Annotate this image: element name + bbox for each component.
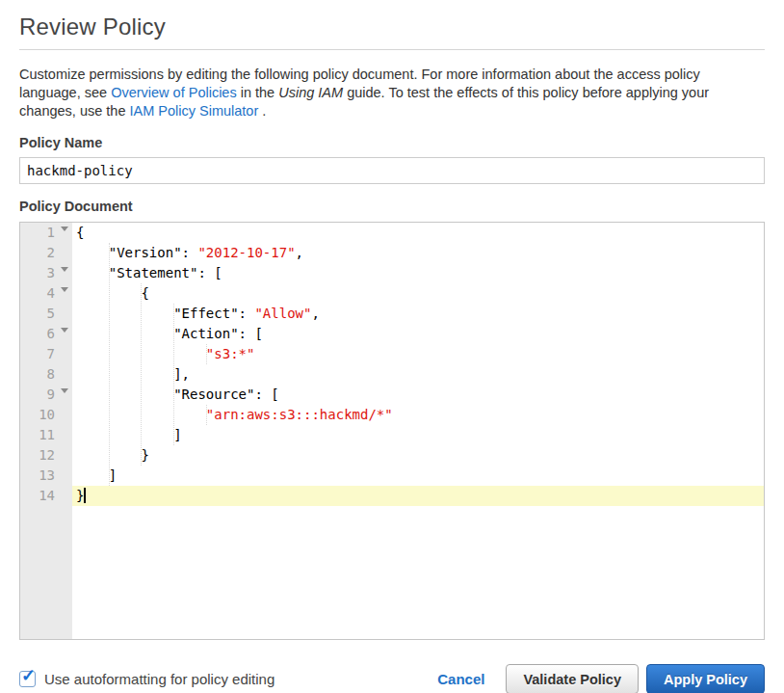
json-string-token: "arn:aws:s3:::hackmd/*" [206, 407, 393, 422]
code-line[interactable]: "Version": "2012-10-17", [72, 243, 764, 263]
footer-bar: ✓ Use autoformatting for policy editing … [19, 664, 765, 693]
gutter-line-number: 7 [20, 344, 72, 364]
gutter-line-number: 5 [20, 304, 72, 324]
code-line[interactable]: "arn:aws:s3:::hackmd/*" [72, 405, 764, 425]
text-cursor [84, 488, 86, 503]
intro-part-4: . [258, 103, 266, 119]
cancel-link[interactable]: Cancel [437, 671, 484, 687]
gutter-line-number: 11 [20, 425, 72, 445]
json-plain-token: } [76, 447, 149, 463]
autoformat-checkbox[interactable]: ✓ [19, 671, 36, 687]
json-plain-token: , [311, 306, 319, 321]
json-plain-token: { [76, 225, 84, 240]
iam-policy-simulator-link[interactable]: IAM Policy Simulator [129, 103, 258, 119]
json-plain-token: { [76, 285, 149, 301]
fold-toggle-icon[interactable] [61, 388, 68, 393]
gutter-line-number: 12 [20, 445, 72, 466]
gutter-line-number: 1 [20, 223, 72, 243]
code-line[interactable]: ] [72, 425, 764, 445]
json-string-token: "s3:*" [206, 346, 255, 361]
gutter-line-number: 2 [20, 243, 72, 263]
gutter-line-number: 13 [20, 466, 72, 486]
gutter-line-number: 14 [20, 486, 72, 506]
json-plain-token: ] [76, 467, 117, 483]
code-line[interactable]: "Resource": [ [72, 385, 764, 405]
fold-toggle-icon[interactable] [61, 267, 68, 272]
json-plain-token: ] [76, 427, 182, 442]
json-string-token: "2012-10-17" [197, 245, 295, 260]
validate-policy-button[interactable]: Validate Policy [506, 664, 639, 693]
apply-policy-button[interactable]: Apply Policy [646, 664, 765, 693]
code-line[interactable]: { [72, 283, 764, 304]
code-line[interactable]: "s3:*" [72, 344, 764, 364]
policy-name-input[interactable] [19, 157, 765, 184]
code-line[interactable]: ] [72, 466, 764, 486]
json-plain-token: "Version": [76, 245, 197, 260]
json-plain-token: } [76, 488, 84, 503]
fold-toggle-icon[interactable] [61, 227, 68, 231]
json-plain-token: "Statement": [ [76, 265, 222, 280]
gutter-line-number: 6 [20, 324, 72, 344]
autoformat-option[interactable]: ✓ Use autoformatting for policy editing [19, 671, 274, 687]
overview-of-policies-link[interactable]: Overview of Policies [111, 85, 237, 100]
json-plain-token: "Effect": [76, 306, 254, 321]
using-iam-guide-name: Using IAM [278, 85, 343, 100]
title-divider [19, 49, 765, 50]
page-title: Review Policy [19, 13, 765, 40]
gutter-line-number: 10 [20, 405, 72, 425]
policy-document-label: Policy Document [19, 199, 765, 214]
action-buttons: Cancel Validate Policy Apply Policy [437, 664, 765, 693]
json-string-token: "Allow" [254, 306, 311, 321]
code-line[interactable]: "Action": [ [72, 324, 764, 344]
json-plain-token: , [296, 245, 303, 260]
code-line[interactable]: "Statement": [ [72, 263, 764, 283]
code-line[interactable]: ], [72, 364, 764, 385]
code-line[interactable]: { [72, 223, 764, 243]
checkmark-icon: ✓ [21, 665, 36, 686]
gutter-line-number: 9 [20, 385, 72, 405]
editor-code-area[interactable]: { "Version": "2012-10-17", "Statement": … [72, 223, 764, 639]
intro-text: Customize permissions by editing the fol… [19, 66, 763, 120]
fold-toggle-icon[interactable] [61, 287, 68, 292]
json-plain-token: "Action": [ [76, 326, 263, 341]
review-policy-page: Review Policy Customize permissions by e… [0, 0, 784, 693]
gutter-line-number: 8 [20, 364, 72, 385]
policy-name-label: Policy Name [19, 135, 765, 150]
gutter-line-number: 3 [20, 263, 72, 283]
editor-gutter: 1234567891011121314 [20, 223, 72, 639]
autoformat-label: Use autoformatting for policy editing [44, 671, 274, 687]
fold-toggle-icon[interactable] [61, 328, 68, 333]
json-plain-token: ], [76, 366, 190, 382]
json-plain-token [76, 407, 206, 422]
json-plain-token: "Resource": [ [76, 386, 279, 402]
gutter-line-number: 4 [20, 283, 72, 304]
code-line[interactable]: } [72, 445, 764, 466]
code-line[interactable]: "Effect": "Allow", [72, 304, 764, 324]
intro-part-2: in the [237, 85, 279, 100]
policy-document-editor[interactable]: 1234567891011121314 { "Version": "2012-1… [19, 222, 765, 640]
code-line[interactable]: } [72, 486, 764, 506]
json-plain-token [76, 346, 206, 361]
